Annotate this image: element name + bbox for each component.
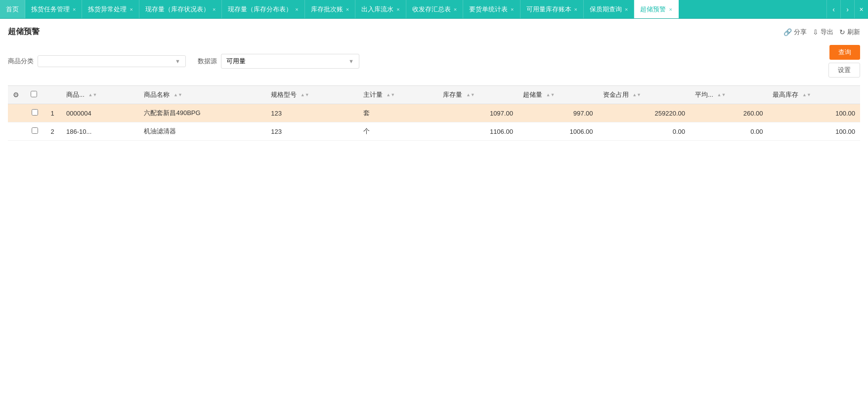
col-checkbox-header [26,86,43,104]
col-avg-sort: ▲▼ [717,93,726,97]
filter-buttons: 查询 设置 [828,45,860,78]
row-capital: 259220.00 [598,104,690,122]
col-stock-header[interactable]: 库存量 ▲▼ [438,86,518,104]
col-unit-header[interactable]: 主计量 ▲▼ [358,86,438,104]
query-button[interactable]: 查询 [829,45,860,60]
nav-task-mgmt[interactable]: 拣货任务管理 × [25,0,82,18]
row-num: 2 [43,122,61,141]
nav-overstock-close[interactable]: × [669,6,672,12]
nav-overstock[interactable]: 超储预警 × [634,0,678,18]
category-select-arrow: ▼ [175,58,180,64]
nav-collect-close[interactable]: × [454,6,457,12]
nav-order-stat[interactable]: 要货单统计表 × [463,0,520,18]
nav-stock-dist[interactable]: 现存量（库存分布表） × [222,0,304,18]
nav-stock-status-label: 现存量（库存状况表） [145,5,210,14]
nav-order-stat-close[interactable]: × [511,6,514,12]
share-button[interactable]: 🔗 分享 [783,28,807,37]
row-capital: 0.00 [598,122,690,141]
export-label: 导出 [821,28,833,37]
filter-row: 商品分类 ▼ 数据源 可用量 ▼ 查询 设置 [8,45,860,78]
nav-stock-dist-close[interactable]: × [295,6,298,12]
nav-inout-label: 出入库流水 [361,5,393,14]
share-label: 分享 [794,28,807,37]
datasource-select-value: 可用量 [226,57,246,66]
nav-expiry[interactable]: 保质期查询 × [584,0,634,18]
row-checkbox-cell [26,122,43,141]
row-spec: 123 [266,122,358,141]
row-product-name: 机油滤清器 [139,122,266,141]
nav-exception-close[interactable]: × [130,6,132,12]
row-overstock: 997.00 [518,104,598,122]
nav-collect-label: 收发存汇总表 [412,5,451,14]
row-stock: 1106.00 [438,122,518,141]
nav-available-close[interactable]: × [574,6,577,12]
nav-collect[interactable]: 收发存汇总表 × [406,0,463,18]
gear-icon[interactable]: ⚙ [13,91,19,99]
export-icon: ⇩ [813,28,819,36]
nav-exception-label: 拣货异常处理 [88,5,127,14]
datasource-select[interactable]: 可用量 ▼ [221,54,359,69]
col-stock-sort: ▲▼ [466,93,475,97]
header-actions: 🔗 分享 ⇩ 导出 ↻ 刷新 [783,28,860,37]
nav-expiry-close[interactable]: × [625,6,628,12]
table-header: ⚙ 商品... ▲▼ 商品名称 ▲▼ 规格型号 ▲▼ [8,86,860,104]
nav-task-mgmt-label: 拣货任务管理 [31,5,70,14]
nav-exception[interactable]: 拣货异常处理 × [82,0,139,18]
refresh-button[interactable]: ↻ 刷新 [839,28,860,37]
nav-stock-status-close[interactable]: × [213,6,216,12]
table-header-row: ⚙ 商品... ▲▼ 商品名称 ▲▼ 规格型号 ▲▼ [8,86,860,104]
nav-stock-status[interactable]: 现存量（库存状况表） × [139,0,222,18]
nav-available[interactable]: 可用量库存账本 × [521,0,584,18]
col-maxstock-header[interactable]: 最高库存 ▲▼ [768,86,860,104]
nav-inout-close[interactable]: × [396,6,399,12]
col-product-name-header[interactable]: 商品名称 ▲▼ [139,86,266,104]
nav-batch-close[interactable]: × [346,6,349,12]
col-overstock-header[interactable]: 超储量 ▲▼ [518,86,598,104]
col-product-code-header[interactable]: 商品... ▲▼ [61,86,139,104]
row-avg: 0.00 [690,122,768,141]
share-icon: 🔗 [783,28,792,36]
nav-prev-btn[interactable]: ‹ [826,0,840,18]
col-settings: ⚙ [8,86,26,104]
col-product-code-sort: ▲▼ [88,93,97,97]
col-rownum-header [43,86,61,104]
page-title: 超储预警 [8,27,40,37]
nav-stock-dist-label: 现存量（库存分布表） [228,5,292,14]
select-all-checkbox[interactable] [31,91,37,97]
data-table: ⚙ 商品... ▲▼ 商品名称 ▲▼ 规格型号 ▲▼ [8,85,860,141]
nav-next-btn[interactable]: › [840,0,854,18]
row-unit: 套 [358,104,438,122]
nav-task-mgmt-close[interactable]: × [73,6,76,12]
nav-home[interactable]: 首页 [0,0,25,18]
nav-batch[interactable]: 库存批次账 × [305,0,355,18]
nav-home-label: 首页 [6,5,19,14]
col-unit-sort: ▲▼ [386,93,395,97]
row-gear [8,122,26,141]
refresh-icon: ↻ [839,28,845,36]
export-button[interactable]: ⇩ 导出 [813,28,833,37]
col-capital-sort: ▲▼ [632,93,641,97]
row-product-code: 186-10... [61,122,139,141]
settings-button[interactable]: 设置 [828,63,860,78]
col-avg-header[interactable]: 平均... ▲▼ [690,86,768,104]
row-max-stock: 100.00 [768,104,860,122]
category-select[interactable]: ▼ [38,55,186,67]
datasource-label: 数据源 [198,57,217,66]
refresh-label: 刷新 [847,28,860,37]
col-spec-header[interactable]: 规格型号 ▲▼ [266,86,358,104]
nav-close-btn[interactable]: × [854,0,868,18]
row-checkbox-cell [26,104,43,122]
col-product-name-sort: ▲▼ [174,93,182,97]
nav-expiry-label: 保质期查询 [590,5,622,14]
row-checkbox[interactable] [32,127,38,134]
col-overstock-sort: ▲▼ [546,93,555,97]
row-checkbox[interactable] [32,109,38,116]
col-capital-header[interactable]: 资金占用 ▲▼ [598,86,690,104]
nav-inout[interactable]: 出入库流水 × [355,0,406,18]
page-header: 超储预警 🔗 分享 ⇩ 导出 ↻ 刷新 [8,27,860,37]
datasource-filter: 数据源 可用量 ▼ [198,54,359,69]
col-spec-sort: ▲▼ [301,93,309,97]
table-body: 1 0000004 六配套新昌490BPG 123 套 1097.00 997.… [8,104,860,141]
row-unit: 个 [358,122,438,141]
row-max-stock: 100.00 [768,122,860,141]
